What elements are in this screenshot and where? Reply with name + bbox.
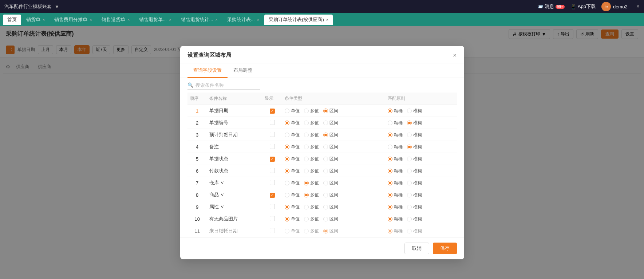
type-option[interactable]: 区间 bbox=[323, 216, 338, 222]
cell-display[interactable] bbox=[262, 153, 282, 165]
tab-sales-order-close[interactable]: × bbox=[43, 17, 45, 22]
match-option[interactable]: 模糊 bbox=[407, 144, 422, 150]
match-option[interactable]: 模糊 bbox=[407, 168, 422, 174]
match-option[interactable]: 模糊 bbox=[407, 228, 422, 234]
type-option[interactable]: 区间 bbox=[323, 144, 338, 150]
tab-sales-order[interactable]: 销货单 × bbox=[22, 15, 49, 25]
type-option[interactable]: 单值 bbox=[285, 168, 300, 174]
type-option[interactable]: 单值 bbox=[285, 108, 300, 114]
display-checkbox[interactable] bbox=[270, 168, 275, 173]
display-checkbox[interactable] bbox=[270, 120, 275, 125]
display-checkbox[interactable] bbox=[270, 228, 275, 233]
cell-display[interactable] bbox=[262, 129, 282, 141]
type-option[interactable]: 单值 bbox=[285, 216, 300, 222]
tab-layout[interactable]: 布局调整 bbox=[228, 63, 258, 78]
search-input[interactable] bbox=[195, 82, 254, 88]
display-checkbox[interactable] bbox=[270, 180, 275, 185]
match-option[interactable]: 精确 bbox=[388, 156, 403, 162]
type-option[interactable]: 区间 bbox=[323, 168, 338, 174]
cancel-btn[interactable]: 取消 bbox=[404, 243, 429, 254]
tab-purchase-order[interactable]: 采购订单统计表(按供应商) × bbox=[264, 15, 333, 25]
type-option[interactable]: 多值 bbox=[304, 156, 319, 162]
tab-sales-return[interactable]: 销售退货单 × bbox=[97, 15, 134, 25]
type-option[interactable]: 区间 bbox=[323, 132, 338, 138]
tab-sales-cost-close[interactable]: × bbox=[90, 17, 92, 22]
type-option[interactable]: 多值 bbox=[304, 216, 319, 222]
cell-display[interactable] bbox=[262, 225, 282, 237]
type-option[interactable]: 单值 bbox=[285, 228, 300, 234]
save-btn[interactable]: 保存 bbox=[433, 243, 457, 254]
type-option[interactable]: 单值 bbox=[285, 156, 300, 162]
type-option[interactable]: 单值 bbox=[285, 132, 300, 138]
match-option[interactable]: 精确 bbox=[388, 228, 403, 234]
type-option[interactable]: 区间 bbox=[323, 180, 338, 186]
match-option[interactable]: 精确 bbox=[388, 132, 403, 138]
type-option[interactable]: 单值 bbox=[285, 204, 300, 210]
match-option[interactable]: 模糊 bbox=[407, 120, 422, 126]
type-option[interactable]: 多值 bbox=[304, 120, 319, 126]
dialog-close-btn[interactable]: × bbox=[453, 52, 457, 59]
cell-display[interactable] bbox=[262, 201, 282, 213]
type-option[interactable]: 多值 bbox=[304, 192, 319, 198]
match-option[interactable]: 模糊 bbox=[407, 192, 422, 198]
type-option[interactable]: 多值 bbox=[304, 168, 319, 174]
display-checkbox[interactable] bbox=[270, 193, 275, 198]
match-option[interactable]: 精确 bbox=[388, 108, 403, 114]
tab-sales-cost[interactable]: 销售费用分摊单 × bbox=[50, 15, 96, 25]
match-option[interactable]: 模糊 bbox=[407, 132, 422, 138]
user-area[interactable]: Ie demo2 bbox=[601, 2, 628, 11]
match-option[interactable]: 精确 bbox=[388, 168, 403, 174]
tab-purchase-order-close[interactable]: × bbox=[326, 17, 328, 22]
display-checkbox[interactable] bbox=[270, 204, 275, 209]
cell-display[interactable] bbox=[262, 213, 282, 225]
display-checkbox[interactable] bbox=[270, 144, 275, 149]
cell-display[interactable] bbox=[262, 165, 282, 177]
display-checkbox[interactable] bbox=[270, 216, 275, 221]
display-checkbox[interactable] bbox=[270, 132, 275, 137]
cell-display[interactable] bbox=[262, 141, 282, 153]
type-option[interactable]: 区间 bbox=[323, 192, 338, 198]
tab-purchase-stat-close[interactable]: × bbox=[257, 17, 259, 22]
tab-sales-stat[interactable]: 销售退货统计... × bbox=[177, 15, 222, 25]
match-option[interactable]: 精确 bbox=[388, 144, 403, 150]
type-option[interactable]: 单值 bbox=[285, 192, 300, 198]
match-option[interactable]: 模糊 bbox=[407, 204, 422, 210]
tab-sales-return2[interactable]: 销售退货单... × bbox=[135, 15, 175, 25]
tab-query-fields[interactable]: 查询字段设置 bbox=[187, 63, 228, 78]
tab-sales-return2-close[interactable]: × bbox=[169, 17, 171, 22]
display-checkbox[interactable] bbox=[270, 109, 275, 114]
type-option[interactable]: 区间 bbox=[323, 204, 338, 210]
match-option[interactable]: 精确 bbox=[388, 120, 403, 126]
type-option[interactable]: 多值 bbox=[304, 228, 319, 234]
app-download-btn[interactable]: 📱 App下载 bbox=[570, 3, 596, 10]
type-option[interactable]: 单值 bbox=[285, 120, 300, 126]
tab-sales-return-close[interactable]: × bbox=[127, 17, 130, 22]
type-option[interactable]: 区间 bbox=[323, 108, 338, 114]
type-option[interactable]: 多值 bbox=[304, 108, 319, 114]
tab-home[interactable]: 首页 bbox=[3, 15, 21, 25]
type-option[interactable]: 多值 bbox=[304, 144, 319, 150]
tab-purchase-stat[interactable]: 采购统计表... × bbox=[223, 15, 264, 25]
type-option[interactable]: 多值 bbox=[304, 204, 319, 210]
type-option[interactable]: 区间 bbox=[323, 120, 338, 126]
cell-display[interactable] bbox=[262, 117, 282, 129]
display-checkbox[interactable] bbox=[270, 157, 275, 162]
cell-display[interactable] bbox=[262, 105, 282, 117]
match-option[interactable]: 模糊 bbox=[407, 216, 422, 222]
tab-sales-stat-close[interactable]: × bbox=[215, 17, 217, 22]
dropdown-icon[interactable]: ▼ bbox=[55, 4, 59, 9]
type-option[interactable]: 单值 bbox=[285, 144, 300, 150]
type-option[interactable]: 单值 bbox=[285, 180, 300, 186]
cell-display[interactable] bbox=[262, 177, 282, 189]
match-option[interactable]: 精确 bbox=[388, 180, 403, 186]
notification-btn[interactable]: 📨 消息 99+ bbox=[537, 3, 565, 10]
match-option[interactable]: 模糊 bbox=[407, 108, 422, 114]
match-option[interactable]: 模糊 bbox=[407, 156, 422, 162]
top-close-btn[interactable]: × bbox=[636, 3, 640, 10]
type-option[interactable]: 多值 bbox=[304, 132, 319, 138]
type-option[interactable]: 区间 bbox=[323, 228, 338, 234]
type-option[interactable]: 区间 bbox=[323, 156, 338, 162]
match-option[interactable]: 模糊 bbox=[407, 180, 422, 186]
cell-display[interactable] bbox=[262, 189, 282, 201]
match-option[interactable]: 精确 bbox=[388, 216, 403, 222]
